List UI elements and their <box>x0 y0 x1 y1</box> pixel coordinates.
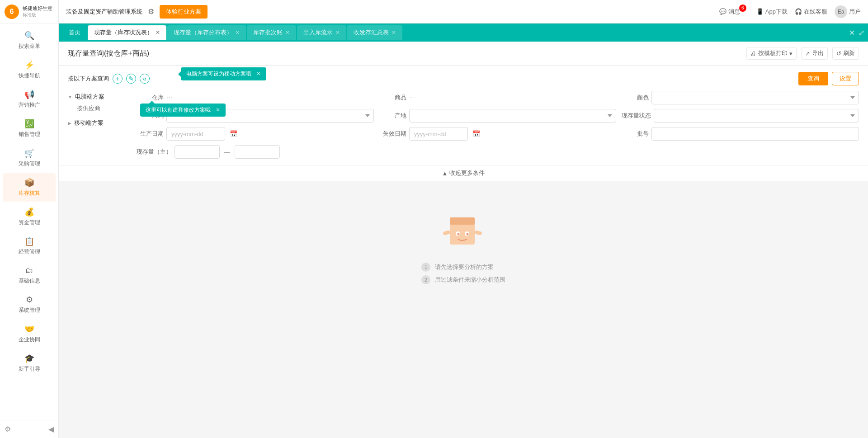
scheme-item-supplier[interactable]: 按供应商 <box>68 103 131 114</box>
export-button[interactable]: ↗ 导出 <box>801 47 828 60</box>
tooltip-edit-text: 这里可以创建和修改方案哦 <box>146 107 211 113</box>
tab-inventory-status[interactable]: 现存量（库存状况表） ✕ <box>88 25 166 40</box>
search-icon: 🔍 <box>24 31 34 41</box>
filter-warehouse: 仓库 ··· <box>137 94 374 102</box>
tooltip-add-close[interactable]: ✕ <box>256 71 261 77</box>
topbar-right: 💬 消息 6 📱 App下载 🎧 在线客服 Ea 用户 <box>719 5 861 18</box>
stock-status-select[interactable] <box>654 109 859 122</box>
tab-close-icon[interactable]: ✕ <box>392 29 396 36</box>
step-text-2: 用过滤条件来缩小分析范围 <box>435 276 505 284</box>
scheme-group-desktop-header[interactable]: ▼ 电脑端方案 <box>68 91 131 103</box>
tooltip-add-text: 电脑方案可设为移动方案哦 <box>186 71 251 77</box>
print-icon: 🖨 <box>750 50 756 57</box>
collapse-label: 收起更多条件 <box>449 169 485 177</box>
trial-button[interactable]: 体验行业方案 <box>160 5 208 19</box>
edit-scheme-button[interactable]: ✎ <box>126 74 136 84</box>
sidebar-item-system[interactable]: ⚙ 系统管理 <box>3 290 56 319</box>
sidebar-item-sales[interactable]: 💹 销售管理 <box>3 114 56 143</box>
scheme-group-desktop: ▼ 电脑端方案 按供应商 <box>68 91 131 114</box>
inventory-icon: 📦 <box>24 178 34 188</box>
sidebar-item-guide[interactable]: 🎓 新手引导 <box>3 349 56 377</box>
sidebar-footer: ⚙ ◀ <box>0 420 58 438</box>
collapse-bar[interactable]: ▲ 收起更多条件 <box>59 165 868 181</box>
sidebar-item-search[interactable]: 🔍 搜索菜单 <box>3 26 56 55</box>
sidebar-item-basic[interactable]: 🗂 基础信息 <box>3 261 56 289</box>
arrow-icon: ▼ <box>68 94 72 99</box>
sidebar-nav: 🔍 搜索菜单 ⚡ 快捷导航 📢 营销推广 💹 销售管理 🛒 采购管理 📦 库存核… <box>0 24 58 420</box>
tab-inout-flow[interactable]: 出入库流水 ✕ <box>297 25 346 40</box>
tab-close-icon[interactable]: ✕ <box>156 29 160 36</box>
scheme-list-panel: ▼ 电脑端方案 按供应商 ▶ 移动端方案 <box>68 91 131 159</box>
origin-select[interactable] <box>409 109 617 122</box>
support-label: 在线客服 <box>804 8 827 16</box>
tab-close-icon[interactable]: ✕ <box>285 29 290 36</box>
tabs-bar: 首页 现存量（库存状况表） ✕ 现存量（库存分布表） ✕ 库存批次账 ✕ 出入库… <box>59 24 868 42</box>
filter-goods: 商品 ··· <box>379 94 617 102</box>
settings-footer-button[interactable]: ⚙ <box>5 425 11 433</box>
sidebar-item-quick[interactable]: ⚡ 快捷导航 <box>3 56 56 84</box>
topbar-gear-icon[interactable]: ⚙ <box>148 7 154 16</box>
sidebar-item-label: 基础信息 <box>19 277 40 285</box>
filter-color: 颜色 <box>622 91 859 104</box>
produce-date-input[interactable] <box>166 127 225 141</box>
message-item[interactable]: 💬 消息 6 <box>719 8 749 16</box>
sidebar-item-operations[interactable]: 📋 经营管理 <box>3 232 56 260</box>
scheme-item-label: 按供应商 <box>77 105 100 112</box>
tab-close-icon[interactable]: ✕ <box>235 29 240 36</box>
sidebar-item-finance[interactable]: 💰 资金管理 <box>3 203 56 231</box>
support-item[interactable]: 🎧 在线客服 <box>795 8 827 16</box>
sidebar-item-marketing[interactable]: 📢 营销推广 <box>3 85 56 113</box>
nav-scheme-button[interactable]: « <box>140 74 150 84</box>
color-select[interactable] <box>651 91 859 104</box>
empty-steps: 1 请先选择要分析的方案 2 用过滤条件来缩小分析范围 <box>421 263 505 284</box>
print-button[interactable]: 🖨 按模板打印 ▾ <box>746 47 797 60</box>
tab-home[interactable]: 首页 <box>62 25 87 40</box>
goods-label: 商品 <box>379 94 406 102</box>
tab-label: 现存量（库存状况表） <box>94 28 153 37</box>
tooltip-add: 电脑方案可设为移动方案哦 ✕ <box>181 67 266 80</box>
filter-produce-date: 生产日期 📅 <box>137 127 374 141</box>
scheme-list: ▼ 电脑端方案 按供应商 ▶ 移动端方案 <box>68 91 131 129</box>
refresh-button[interactable]: ↺ 刷新 <box>832 47 859 60</box>
user-label: 用户 <box>849 8 861 16</box>
close-all-tabs-button[interactable]: ✕ <box>849 28 855 37</box>
sidebar-item-purchase[interactable]: 🛒 采购管理 <box>3 144 56 172</box>
tab-recv-summary[interactable]: 收发存汇总表 ✕ <box>347 25 402 40</box>
sidebar: 6 畅捷通好生意 标准版 🔍 搜索菜单 ⚡ 快捷导航 📢 营销推广 💹 销售管理… <box>0 0 59 438</box>
produce-date-calendar-icon[interactable]: 📅 <box>230 130 237 137</box>
page-actions: 🖨 按模板打印 ▾ ↗ 导出 ↺ 刷新 <box>746 47 859 60</box>
expire-date-calendar-icon[interactable]: 📅 <box>472 130 480 137</box>
filter-area: 按以下方案查询 + ✎ « 电脑方案可设为移动方案哦 ✕ 查询 设置 <box>59 66 868 165</box>
tooltip-edit-close[interactable]: ✕ <box>216 107 220 113</box>
expire-date-input[interactable] <box>409 127 468 141</box>
tab-close-icon[interactable]: ✕ <box>335 29 340 36</box>
print-label: 按模板打印 <box>758 49 788 57</box>
add-scheme-button[interactable]: + <box>113 74 123 84</box>
batch-no-input[interactable] <box>651 127 859 141</box>
collapse-sidebar-button[interactable]: ◀ <box>48 425 54 433</box>
maximize-button[interactable]: ⤢ <box>859 28 864 37</box>
headset-icon: 🎧 <box>795 8 802 15</box>
filter-stock-qty: 现存量（主） — <box>137 145 859 159</box>
user-avatar: Ea <box>835 5 847 18</box>
search-button[interactable]: 查询 <box>798 72 828 85</box>
tab-batch-account[interactable]: 库存批次账 ✕ <box>247 25 296 40</box>
stock-qty-to-input[interactable] <box>235 145 280 159</box>
sidebar-item-label: 系统管理 <box>19 306 40 314</box>
setting-button[interactable]: 设置 <box>832 72 859 85</box>
finance-icon: 💰 <box>24 207 34 217</box>
filter-row-2: 尺码 产地 现存量状态 <box>137 109 859 122</box>
quick-icon: ⚡ <box>24 60 34 70</box>
content-area: 现存量查询(按仓库+商品) 🖨 按模板打印 ▾ ↗ 导出 ↺ 刷新 <box>59 42 868 438</box>
svg-rect-6 <box>443 230 451 235</box>
app-download-item[interactable]: 📱 App下载 <box>756 8 788 16</box>
batch-no-label: 批号 <box>622 130 649 138</box>
user-item[interactable]: Ea 用户 <box>835 5 861 18</box>
svg-rect-7 <box>474 230 482 235</box>
arrow-icon: ▶ <box>68 121 71 126</box>
sidebar-item-inventory[interactable]: 📦 库存核算 <box>3 173 56 202</box>
tab-inventory-dist[interactable]: 现存量（库存分布表） ✕ <box>167 25 246 40</box>
stock-qty-from-input[interactable] <box>175 145 220 159</box>
sidebar-item-enterprise[interactable]: 🤝 企业协同 <box>3 320 56 348</box>
scheme-group-mobile-header[interactable]: ▶ 移动端方案 <box>68 117 131 129</box>
